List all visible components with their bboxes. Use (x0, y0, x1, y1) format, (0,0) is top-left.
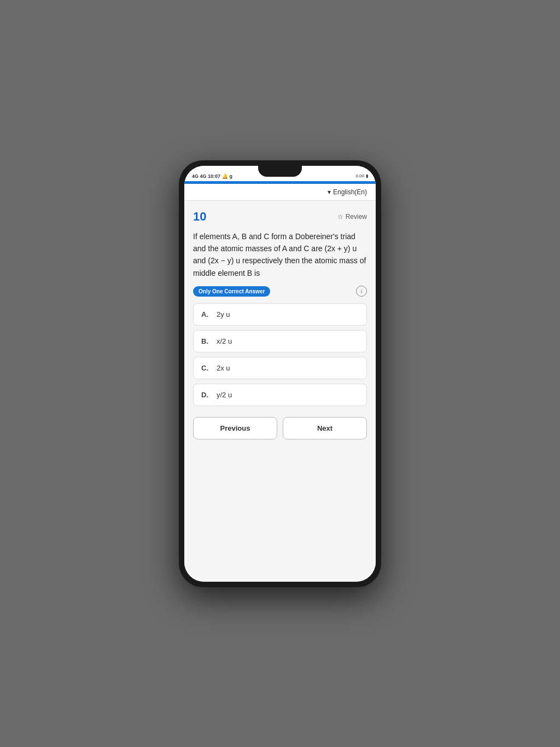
phone-frame: 4G 4G 10:07 🔔 g 0.00 ▮ ▾ English(En) 10 (179, 160, 381, 587)
question-text: If elements A, B and C form a Dobereiner… (193, 230, 367, 280)
previous-button[interactable]: Previous (193, 417, 277, 439)
content-area: 10 ☆ Review If elements A, B and C form … (184, 201, 376, 582)
chevron-down-icon: ▾ (328, 188, 331, 196)
status-left: 4G 4G 10:07 🔔 g (192, 173, 232, 179)
review-button[interactable]: ☆ Review (337, 213, 367, 221)
battery-info: 0.00 (355, 173, 364, 178)
option-c[interactable]: C. 2x u (193, 357, 367, 379)
review-label: Review (346, 213, 367, 221)
language-selector[interactable]: ▾ English(En) (328, 188, 367, 196)
status-right: 0.00 ▮ (355, 173, 368, 178)
option-d[interactable]: D. y/2 u (193, 384, 367, 406)
option-b-text: x/2 u (217, 337, 232, 345)
option-a-label: A. (201, 310, 211, 319)
question-header: 10 ☆ Review (193, 210, 367, 224)
option-c-label: C. (201, 364, 211, 372)
option-d-label: D. (201, 391, 211, 399)
battery-icon: ▮ (366, 173, 368, 178)
status-time: 4G 4G 10:07 (192, 173, 220, 179)
star-icon: ☆ (337, 213, 343, 221)
badge-row: Only One Correct Answer i (193, 286, 367, 297)
info-icon[interactable]: i (356, 286, 367, 297)
language-bar: ▾ English(En) (184, 184, 376, 201)
question-number: 10 (193, 210, 206, 224)
answer-type-badge: Only One Correct Answer (193, 286, 270, 297)
option-a-text: 2y u (217, 310, 230, 319)
option-a[interactable]: A. 2y u (193, 303, 367, 326)
options-list: A. 2y u B. x/2 u C. 2x u D. y/2 u (193, 303, 367, 406)
next-button[interactable]: Next (283, 417, 367, 439)
phone-screen: 4G 4G 10:07 🔔 g 0.00 ▮ ▾ English(En) 10 (184, 166, 376, 582)
status-icons: 🔔 g (222, 173, 232, 179)
option-b[interactable]: B. x/2 u (193, 330, 367, 352)
navigation-buttons: Previous Next (193, 413, 367, 442)
phone-notch (258, 166, 302, 177)
option-c-text: 2x u (217, 364, 230, 372)
option-b-label: B. (201, 337, 211, 345)
language-label: English(En) (333, 188, 367, 196)
option-d-text: y/2 u (217, 391, 232, 399)
